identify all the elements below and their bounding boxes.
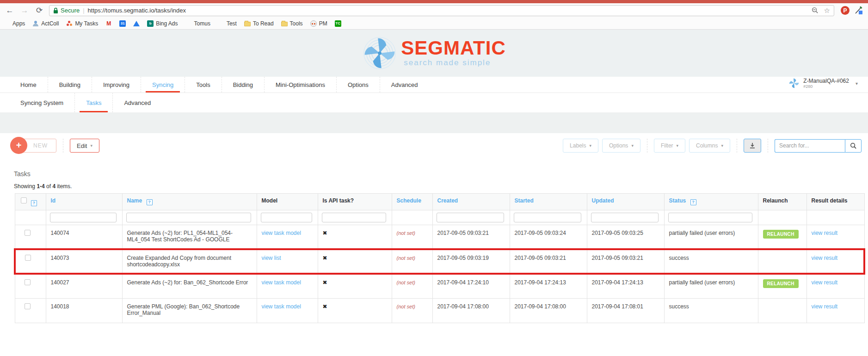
segmatic-logo: SEGMATIC search made simple [362, 36, 506, 71]
column-header-id[interactable]: Id [46, 194, 122, 210]
bookmark-bing-ads[interactable]: b Bing Ads [147, 20, 178, 27]
folder-icon [281, 22, 288, 26]
column-header-updated[interactable]: Updated [587, 194, 664, 210]
bookmark-apps[interactable]: Apps [4, 20, 25, 27]
relaunch-button[interactable]: RELAUNCH [763, 279, 799, 288]
bookmark-calendar[interactable]: 31 [119, 20, 126, 27]
cell-relaunch-empty [758, 249, 806, 274]
view-result-link[interactable]: view result [812, 303, 838, 310]
search-input[interactable] [775, 139, 845, 153]
select-all-checkbox[interactable] [21, 197, 27, 203]
tab-mini-optimisations[interactable]: Mini-Optimisations [264, 77, 336, 92]
secure-chip[interactable]: Secure [53, 7, 80, 14]
tab-tools[interactable]: Tools [185, 77, 221, 92]
pocket-extension-icon[interactable]: P [841, 6, 850, 15]
columns-label: Columns [696, 142, 718, 149]
tab-improving[interactable]: Improving [92, 77, 141, 92]
refresh-icon[interactable]: ⟳ [34, 6, 44, 15]
bookmark-test[interactable]: Test [218, 20, 237, 27]
subtab-syncing-system[interactable]: Syncing System [9, 93, 74, 112]
columns-button[interactable]: Columns ▾ [689, 139, 730, 153]
help-icon[interactable]: ? [31, 200, 37, 206]
relaunch-button[interactable]: RELAUNCH [763, 230, 799, 239]
tab-syncing[interactable]: Syncing [141, 77, 185, 92]
bookmark-to-read[interactable]: To Read [244, 20, 274, 27]
filter-button[interactable]: Filter ▾ [654, 139, 685, 153]
chevron-down-icon: ▾ [721, 143, 723, 148]
search-button[interactable] [845, 139, 862, 153]
filter-input-status[interactable] [668, 213, 752, 222]
back-icon[interactable]: ← [5, 6, 15, 15]
main-nav: Home Building Improving Syncing Tools Bi… [0, 77, 868, 93]
column-header-started[interactable]: Started [510, 194, 587, 210]
help-icon[interactable]: ? [690, 199, 696, 205]
help-icon[interactable]: ? [147, 199, 153, 205]
row-checkbox[interactable] [25, 303, 31, 309]
tab-bidding[interactable]: Bidding [222, 77, 264, 92]
filter-cell-empty [758, 210, 806, 225]
view-task-model-link[interactable]: view task model [262, 279, 301, 286]
filter-cell-empty [15, 210, 46, 225]
row-checkbox[interactable] [25, 255, 31, 261]
subtab-advanced[interactable]: Advanced [112, 93, 162, 112]
labels-button[interactable]: Labels ▾ [563, 139, 598, 153]
bookmark-label: Apps [12, 20, 25, 27]
cross-icon: ✖ [323, 230, 327, 236]
column-header-created[interactable]: Created [432, 194, 510, 210]
options-button[interactable]: Options ▾ [602, 139, 640, 153]
column-header-name[interactable]: Name ? [122, 194, 257, 210]
filter-input-created[interactable] [437, 213, 504, 222]
tab-building[interactable]: Building [48, 77, 92, 92]
bookmark-star-icon[interactable]: ☆ [824, 6, 830, 15]
bookmark-tomus[interactable]: Tomus [185, 20, 210, 27]
bookmark-my-tasks[interactable]: My Tasks [66, 20, 98, 27]
filter-input-started[interactable] [514, 213, 581, 222]
chevron-down-icon: ▾ [856, 81, 858, 86]
tasks-table: ? Id Name ? Model Is API task? Schedule … [14, 193, 865, 323]
bookmark-tools[interactable]: Tools [281, 20, 303, 27]
logo-name: SEGMATIC [401, 39, 506, 57]
cell-created: 2017-09-04 17:08:00 [432, 298, 510, 323]
view-result-link[interactable]: view result [812, 255, 838, 261]
tab-options[interactable]: Options [336, 77, 380, 92]
user-menu[interactable]: Z-ManualQA-#062 #280 ▾ [788, 78, 858, 89]
spacer-band [0, 113, 868, 133]
row-checkbox[interactable] [25, 279, 31, 285]
apps-grid-icon [4, 20, 10, 27]
column-header-relaunch: Relaunch [758, 194, 806, 210]
filter-input-id[interactable] [50, 213, 117, 222]
tab-home[interactable]: Home [9, 77, 48, 92]
column-header-schedule[interactable]: Schedule [392, 194, 432, 210]
view-result-link[interactable]: view result [812, 279, 838, 286]
bookmark-tc[interactable]: TC [335, 20, 341, 27]
edit-button[interactable]: Edit ▾ [70, 139, 99, 153]
address-bar[interactable]: Secure | https://tomus.segmatic.io/tasks… [49, 5, 834, 16]
row-checkbox[interactable] [25, 230, 31, 236]
filter-input-is-api[interactable] [322, 213, 386, 222]
tasks-content: Tasks Showing 1-4 of 4 items. ? Id Name … [0, 158, 868, 323]
view-task-model-link[interactable]: view task model [262, 303, 301, 310]
calendar-31-icon: 31 [119, 20, 126, 27]
view-task-model-link[interactable]: view task model [262, 230, 301, 236]
colorpicker-extension-icon[interactable] [854, 6, 863, 15]
filter-input-name[interactable] [126, 213, 251, 222]
view-result-link[interactable]: view result [812, 230, 838, 236]
subtab-tasks[interactable]: Tasks [74, 93, 112, 112]
cell-status: success [664, 298, 758, 323]
tab-advanced[interactable]: Advanced [380, 77, 429, 92]
bookmark-triangle[interactable] [133, 20, 140, 27]
zoom-out-icon[interactable] [812, 7, 819, 14]
bookmark-actcoll[interactable]: ActColl [32, 20, 59, 27]
filter-input-updated[interactable] [591, 213, 659, 222]
cross-icon: ✖ [323, 255, 327, 261]
bookmark-pm[interactable]: PM [310, 20, 327, 27]
column-header-status[interactable]: Status ? [664, 194, 758, 210]
cell-schedule: (not set) [397, 230, 415, 236]
filter-input-model[interactable] [261, 213, 312, 222]
browser-theme-strip [0, 0, 868, 3]
new-plus-icon[interactable]: + [10, 137, 27, 154]
download-button[interactable] [744, 139, 761, 153]
url-text[interactable]: https://tomus.segmatic.io/tasks/index [88, 7, 808, 14]
view-list-link[interactable]: view list [262, 255, 281, 261]
bookmark-gmail[interactable]: M [105, 20, 112, 27]
